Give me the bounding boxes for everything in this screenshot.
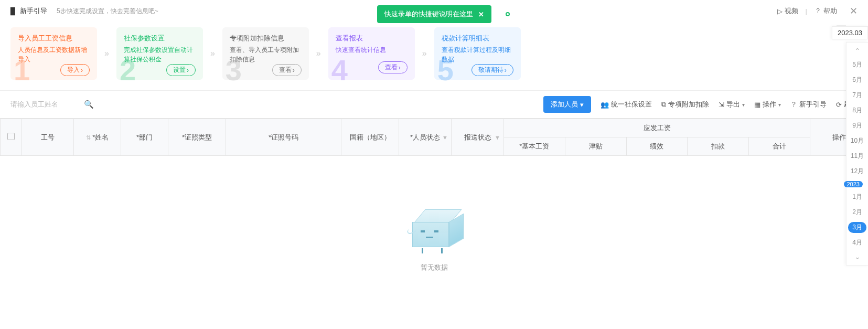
operate-dropdown[interactable]: ▦操作▾ — [754, 100, 781, 109]
empty-text: 暂无数据 — [0, 263, 868, 272]
empty-illustration — [403, 203, 466, 256]
title-block: ▉ 新手引导 5步快速完成设置，快去完善信息吧~ — [10, 6, 158, 16]
month-item[interactable]: 7月 — [852, 90, 862, 101]
arrow-icon: » — [309, 49, 328, 58]
deduct-link[interactable]: ⧉专项附加扣除 — [661, 100, 709, 109]
col-idtype[interactable]: *证照类型 — [168, 119, 226, 156]
export-label: 导出 — [726, 100, 740, 109]
guide-link[interactable]: ？新手引导 — [790, 100, 827, 109]
social-settings-link[interactable]: 👥统一社保设置 — [601, 100, 652, 109]
guide-card-1-button-label: 导入 — [67, 66, 80, 75]
data-table: 工号 ⇅ *姓名 *部门 *证照类型 *证照号码 国籍（地区） *人员状态▼ 报… — [0, 118, 868, 283]
social-settings-label: 统一社保设置 — [611, 100, 652, 109]
export-dropdown[interactable]: ⇲导出▾ — [719, 100, 745, 109]
help-link[interactable]: ？ 帮助 — [815, 6, 837, 16]
guide-card-3: 专项附加扣除信息 查看、导入员工专项附加扣除信息 查看› 3 — [222, 27, 309, 80]
search-box: 🔍 — [10, 100, 100, 110]
sort-icon: ⇅ — [86, 134, 91, 141]
chevron-right-icon: › — [187, 67, 189, 74]
guide-card-1-number: 1 — [14, 56, 30, 85]
col-idno[interactable]: *证照号码 — [226, 119, 341, 156]
refresh-icon: ⟳ — [836, 101, 842, 109]
guide-card-3-button[interactable]: 查看› — [272, 64, 302, 76]
col-name[interactable]: ⇅ *姓名 — [74, 119, 121, 156]
col-status[interactable]: *人员状态▼ — [399, 119, 452, 156]
col-total[interactable]: 合计 — [749, 137, 810, 156]
filter-icon[interactable]: ▼ — [442, 134, 448, 141]
guide-card-1-title: 导入员工工资信息 — [18, 34, 90, 43]
header-right: ▷ 视频 | ？ 帮助 ✕ — [777, 5, 858, 17]
month-item[interactable]: 6月 — [852, 75, 862, 86]
guide-cards: 导入员工工资信息 人员信息及工资数据新增导入 导入› 1 » 社保参数设置 完成… — [0, 22, 868, 90]
toolbar-right: 添加人员 ▾ 👥统一社保设置 ⧉专项附加扣除 ⇲导出▾ ▦操作▾ ？新手引导 ⟳… — [543, 96, 858, 113]
guide-card-5-button[interactable]: 敬请期待› — [471, 64, 513, 76]
guide-card-2: 社保参数设置 完成社保参数设置自动计算社保公积金 设置› 2 — [116, 27, 203, 80]
col-deduct[interactable]: 扣款 — [688, 137, 749, 156]
arrow-icon: » — [203, 49, 222, 58]
operate-label: 操作 — [763, 100, 776, 109]
toolbar: 🔍 添加人员 ▾ 👥统一社保设置 ⧉专项附加扣除 ⇲导出▾ ▦操作▾ ？新手引导… — [0, 90, 868, 118]
arrow-icon: » — [97, 49, 116, 58]
month-item[interactable]: 8月 — [852, 105, 862, 116]
guide-card-3-button-label: 查看 — [279, 66, 292, 75]
month-item[interactable]: 4月 — [852, 237, 862, 248]
col-dept[interactable]: *部门 — [121, 119, 168, 156]
close-icon[interactable]: ✕ — [850, 5, 858, 17]
search-input[interactable] — [10, 100, 84, 108]
guide-card-4-title: 查看报表 — [336, 34, 408, 43]
guide-card-2-title: 社保参数设置 — [124, 34, 196, 43]
guide-card-2-button-label: 设置 — [173, 66, 186, 75]
guide-card-4-button-label: 查看 — [385, 63, 398, 72]
toast-text: 快速录单的快捷键说明在这里 — [384, 9, 473, 19]
col-salary-group: 应发工资 — [504, 119, 810, 137]
toast-anchor-dot — [506, 12, 510, 16]
guide-card-4-button[interactable]: 查看› — [378, 61, 408, 73]
col-name-label: *姓名 — [92, 133, 109, 141]
month-item[interactable]: 1月 — [852, 192, 862, 203]
guide-card-4-number: 4 — [331, 56, 348, 85]
month-item[interactable]: 2月 — [852, 207, 862, 218]
search-icon[interactable]: 🔍 — [84, 100, 94, 109]
guide-card-3-title: 专项附加扣除信息 — [230, 34, 302, 43]
select-all-checkbox[interactable] — [7, 133, 15, 140]
guide-card-5-number: 5 — [437, 56, 454, 85]
col-allowance[interactable]: 津贴 — [565, 137, 626, 156]
scroll-down-icon[interactable]: ⌄ — [854, 252, 861, 261]
col-report-label: 报送状态 — [464, 133, 491, 141]
month-item[interactable]: 10月 — [851, 135, 864, 146]
col-base[interactable]: *基本工资 — [504, 137, 565, 156]
col-nation[interactable]: 国籍（地区） — [341, 119, 399, 156]
col-perf[interactable]: 绩效 — [626, 137, 688, 156]
chevron-right-icon: › — [293, 67, 295, 74]
year-badge: 2023 — [844, 181, 863, 187]
video-label: 视频 — [785, 6, 798, 16]
month-sidebar: ⌃ 5月 6月 7月 8月 9月 10月 11月 12月 2023 1月 2月 … — [846, 42, 868, 266]
export-icon: ⇲ — [719, 101, 724, 109]
scan-icon: ⧉ — [661, 100, 666, 109]
toast-close-icon[interactable]: ✕ — [478, 10, 484, 18]
help-icon: ？ — [790, 100, 797, 109]
month-item[interactable]: 5月 — [852, 59, 862, 70]
col-id[interactable]: 工号 — [22, 119, 74, 156]
video-link[interactable]: ▷ 视频 — [777, 6, 798, 16]
page-subtitle: 5步快速完成设置，快去完善信息吧~ — [57, 7, 158, 16]
add-person-label: 添加人员 — [551, 100, 578, 109]
empty-state: 暂无数据 — [0, 156, 868, 283]
guide-card-1: 导入员工工资信息 人员信息及工资数据新增导入 导入› 1 — [10, 27, 97, 80]
col-report[interactable]: 报送状态▼ — [452, 119, 504, 156]
guide-card-1-button[interactable]: 导入› — [60, 64, 90, 76]
guide-card-2-number: 2 — [120, 56, 136, 85]
month-item[interactable]: 12月 — [851, 166, 864, 177]
scroll-up-icon[interactable]: ⌃ — [854, 47, 861, 55]
toast-banner: 快速录单的快捷键说明在这里 ✕ — [377, 5, 491, 23]
divider: | — [806, 7, 807, 15]
guide-card-2-button[interactable]: 设置› — [166, 64, 196, 76]
month-item[interactable]: 9月 — [852, 120, 862, 131]
guide-card-4: 查看报表 快速查看统计信息 查看› 4 — [328, 27, 415, 80]
filter-icon[interactable]: ▼ — [495, 134, 500, 141]
col-checkbox — [1, 119, 22, 156]
month-item-active[interactable]: 3月 — [848, 222, 866, 233]
add-person-button[interactable]: 添加人员 ▾ — [543, 96, 591, 113]
chevron-right-icon: › — [81, 67, 83, 74]
month-item[interactable]: 11月 — [851, 151, 864, 162]
